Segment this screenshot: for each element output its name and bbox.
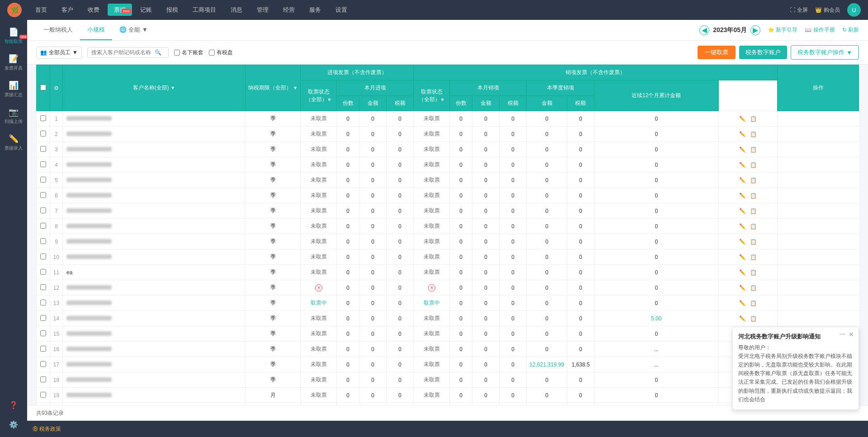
edit-button[interactable]: ✏️ xyxy=(739,254,746,260)
copy-button[interactable]: 📋 xyxy=(750,239,757,245)
copy-button[interactable]: 📋 xyxy=(750,223,757,230)
copy-button[interactable]: 📋 xyxy=(750,254,757,260)
not-fetched-status: 未取票 xyxy=(311,115,327,122)
tab-small-scale[interactable]: 小规模 xyxy=(80,20,112,40)
copy-button[interactable]: 📋 xyxy=(750,208,757,214)
tab-all[interactable]: 🌐 全能 ▼ xyxy=(112,20,155,40)
date-next-button[interactable]: ▶ xyxy=(750,25,760,35)
refresh-button[interactable]: ↻ 刷新 xyxy=(842,26,859,34)
tax-disk-checkbox[interactable]: 有税盘 xyxy=(209,49,233,56)
nav-fee[interactable]: 收费 xyxy=(81,6,106,14)
edit-button[interactable]: ✏️ xyxy=(739,269,746,276)
row-checkbox[interactable] xyxy=(40,315,46,321)
th-in-fetch-status[interactable]: 取票状态（全部）▼ xyxy=(301,80,337,111)
row-checkbox[interactable] xyxy=(40,207,46,213)
row-checkbox[interactable] xyxy=(40,223,46,229)
nav-settings[interactable]: 设置 xyxy=(329,6,354,14)
sidebar-item-entry[interactable]: ✏️ 票据录入 xyxy=(0,130,27,155)
copy-button[interactable]: 📋 xyxy=(750,162,757,168)
season-tax-cell: 0 xyxy=(567,203,594,219)
row-checkbox[interactable] xyxy=(40,238,46,244)
tax-digital-account-ops-button[interactable]: 税务数字账户操作 ▼ xyxy=(791,45,859,60)
nav-management[interactable]: 管理 xyxy=(250,6,275,14)
row-checkbox[interactable] xyxy=(40,346,46,352)
edit-button[interactable]: ✏️ xyxy=(739,239,746,245)
copy-button[interactable]: 📋 xyxy=(750,285,757,291)
copy-button[interactable]: 📋 xyxy=(750,177,757,183)
row-checkbox[interactable] xyxy=(40,284,46,290)
row-checkbox[interactable] xyxy=(40,269,46,275)
popup-minimize-button[interactable]: — xyxy=(840,331,845,337)
edit-button[interactable]: ✏️ xyxy=(739,116,746,122)
tax-policy-link[interactable]: ⑧ 税务政策 xyxy=(33,425,61,433)
tax-disk-checkbox-input[interactable] xyxy=(209,50,215,56)
copy-button[interactable]: 📋 xyxy=(750,146,757,153)
nav-home[interactable]: 首页 xyxy=(29,6,53,14)
nav-service[interactable]: 服务 xyxy=(303,6,327,14)
copy-button[interactable]: 📋 xyxy=(750,193,757,199)
vip-button[interactable]: 👑 购会员 xyxy=(815,6,840,14)
manual-button[interactable]: 📖 操作手册 xyxy=(805,26,835,34)
edit-button[interactable]: ✏️ xyxy=(739,315,746,322)
select-all-checkbox[interactable] xyxy=(40,85,46,90)
row-checkbox[interactable] xyxy=(40,300,46,305)
search-input[interactable] xyxy=(91,49,155,56)
nav-accounting[interactable]: 记账 xyxy=(134,6,158,14)
in-tax-cell: 0 xyxy=(387,265,414,280)
tax-digital-account-button[interactable]: 税务数字账户 xyxy=(739,46,787,59)
row-checkbox[interactable] xyxy=(40,115,46,121)
out-amount-cell: 0 xyxy=(472,388,500,403)
fullscreen-button[interactable]: ⛶ 全屏 xyxy=(790,6,808,14)
row-checkbox[interactable] xyxy=(40,376,46,382)
employee-select[interactable]: 👥 全部员工 ▼ xyxy=(36,47,82,59)
edit-button[interactable]: ✏️ xyxy=(739,131,746,137)
copy-button[interactable]: 📋 xyxy=(750,315,757,322)
row-checkbox[interactable] xyxy=(40,330,46,336)
nav-business[interactable]: 工商项目 xyxy=(186,6,222,14)
period-cell: 季 xyxy=(245,111,300,127)
copy-button[interactable]: 📋 xyxy=(750,116,757,122)
th-out-fetch-status[interactable]: 取票状态（全部）▼ xyxy=(414,80,450,111)
in-count-cell: 0 xyxy=(337,265,359,280)
date-prev-button[interactable]: ◀ xyxy=(699,25,709,35)
row-checkbox[interactable] xyxy=(40,361,46,367)
nav-operations[interactable]: 经营 xyxy=(277,6,301,14)
avatar[interactable]: U xyxy=(847,3,861,17)
sub-account-checkbox[interactable]: 名下账套 xyxy=(174,49,203,56)
nav-tax[interactable]: 报税 xyxy=(160,6,184,14)
edit-button[interactable]: ✏️ xyxy=(739,223,746,230)
nav-invoice[interactable]: 票据 new xyxy=(108,6,132,14)
nav-message[interactable]: 消息 xyxy=(224,6,249,14)
sidebar-item-help[interactable]: ❓ xyxy=(7,397,20,413)
sidebar-item-settings-bottom[interactable]: ⚙️ xyxy=(7,417,20,432)
sidebar-item-summary[interactable]: 📊 票据汇总 xyxy=(0,77,27,102)
edit-button[interactable]: ✏️ xyxy=(739,193,746,199)
sidebar-item-open-invoice[interactable]: 📝 发票开具 xyxy=(0,50,27,75)
row-checkbox[interactable] xyxy=(40,146,46,152)
tab-general-taxpayer[interactable]: 一般纳税人 xyxy=(36,20,80,40)
sidebar-item-scan[interactable]: 📷 扫描上传 xyxy=(0,103,27,128)
row-checkbox[interactable] xyxy=(40,131,46,136)
copy-button[interactable]: 📋 xyxy=(750,269,757,276)
row-checkbox[interactable] xyxy=(40,192,46,198)
edit-button[interactable]: ✏️ xyxy=(739,208,746,214)
row-checkbox[interactable] xyxy=(40,254,46,259)
one-click-fetch-button[interactable]: 一键取票 xyxy=(698,46,736,59)
edit-button[interactable]: ✏️ xyxy=(739,285,746,291)
th-customer-name[interactable]: 客户名称(全部) ▼ xyxy=(63,65,245,111)
nav-customer[interactable]: 客户 xyxy=(55,6,80,14)
row-checkbox[interactable] xyxy=(40,177,46,183)
edit-button[interactable]: ✏️ xyxy=(739,300,746,306)
row-checkbox[interactable] xyxy=(40,161,46,167)
copy-button[interactable]: 📋 xyxy=(750,131,757,137)
edit-button[interactable]: ✏️ xyxy=(739,177,746,183)
edit-button[interactable]: ✏️ xyxy=(739,146,746,153)
th-tax-period[interactable]: 纳税期限（全部） ▼ xyxy=(245,65,300,111)
edit-button[interactable]: ✏️ xyxy=(739,162,746,168)
new-guide-button[interactable]: ⭐ 新手引导 xyxy=(768,26,797,34)
copy-button[interactable]: 📋 xyxy=(750,300,757,306)
row-checkbox[interactable] xyxy=(40,392,46,398)
sub-account-checkbox-input[interactable] xyxy=(174,50,180,56)
sidebar-item-smart-invoice[interactable]: 📄 智能取票 new xyxy=(0,23,27,48)
popup-close-button[interactable]: ✕ xyxy=(849,331,854,338)
